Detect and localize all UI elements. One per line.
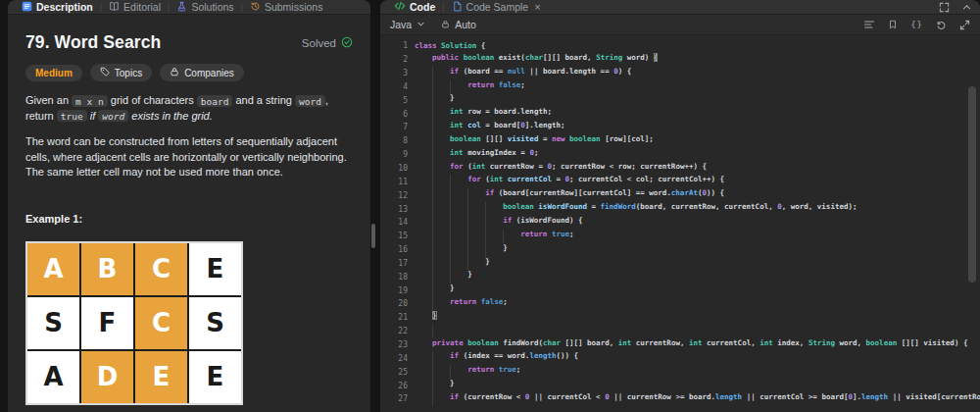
code-text: for (int currentRow = 0; currentRow < ro…: [415, 162, 707, 176]
board-cell: S: [27, 297, 79, 349]
format-code-icon[interactable]: [863, 19, 875, 30]
code-text: return true;: [415, 365, 520, 379]
code-text: boolean isWordFound = findWord(board, cu…: [415, 202, 857, 216]
bookmark-icon[interactable]: [888, 20, 898, 29]
code-line: 18}: [380, 270, 980, 283]
code-text: }: [415, 270, 472, 283]
tab-code[interactable]: Code: [388, 0, 441, 14]
line-number: 8: [380, 136, 408, 145]
lock-icon: [441, 19, 450, 30]
solved-status: Solved: [302, 36, 353, 50]
braces-icon[interactable]: {}: [910, 20, 923, 29]
expand-editor-icon[interactable]: [959, 20, 970, 30]
tab-submissions[interactable]: Submissions: [244, 1, 329, 14]
code-line: 6int row = board.length;: [380, 107, 980, 121]
problem-tabbar: Description | Editorial | Solutions | Su…: [8, 0, 370, 15]
text-segment: exists in the grid.: [128, 110, 213, 122]
problem-title: 79. Word Search: [25, 32, 161, 53]
line-number: 24: [380, 354, 408, 363]
inline-code: m x n: [72, 95, 108, 107]
code-text: }: [415, 93, 455, 107]
code-text: if (board == null || board.length == 0) …: [415, 67, 631, 80]
line-number: 13: [380, 205, 408, 214]
fullscreen-icon[interactable]: [939, 2, 950, 13]
inline-code: word: [295, 95, 325, 107]
code-text: if (board[currentRow][currentCol] == wor…: [415, 188, 724, 202]
code-text: if (isWordFound) {: [415, 216, 583, 230]
board-cell: S: [189, 297, 241, 349]
panel-resize-handle[interactable]: [371, 224, 375, 248]
book-icon: [109, 1, 120, 14]
text-segment: grid of characters: [108, 94, 197, 106]
board-cell: E: [189, 351, 241, 403]
problem-statement-2: The word can be constructed from letters…: [25, 134, 355, 180]
code-line: 26}: [380, 379, 980, 392]
example-label: Example 1:: [25, 213, 353, 225]
code-text: }: [415, 243, 508, 257]
line-number: 9: [380, 150, 408, 159]
code-text: }: [415, 257, 490, 271]
code-line: 3if (board == null || board.length == 0)…: [380, 67, 980, 80]
text-segment: Given an: [25, 94, 72, 106]
code-line: 9int movingIndex = 0;: [380, 148, 980, 162]
board-cell: E: [135, 351, 187, 403]
code-line: 10for (int currentRow = 0; currentRow < …: [380, 162, 980, 176]
tag-icon: [100, 67, 110, 78]
line-number: 3: [380, 69, 408, 77]
line-number: 16: [380, 245, 408, 254]
problem-content: 79. Word Search Solved Medium Topics Com…: [8, 32, 370, 405]
tab-description[interactable]: Description: [16, 1, 99, 14]
chevron-down-icon: [416, 19, 425, 30]
code-line: 12if (board[currentRow][currentCol] == w…: [380, 188, 980, 202]
tab-editorial[interactable]: Editorial: [103, 1, 167, 14]
line-number: 4: [380, 82, 408, 91]
code-line: 16}: [380, 243, 980, 257]
file-icon: [452, 1, 463, 14]
board-cell: E: [189, 243, 241, 295]
code-text: }: [415, 311, 437, 325]
line-number: 10: [380, 164, 408, 173]
code-line: 20return false;: [380, 297, 980, 311]
code-text: }: [415, 379, 455, 392]
reset-code-icon[interactable]: [936, 20, 947, 30]
code-line: 1class Solution {: [380, 39, 980, 53]
close-icon[interactable]: ×: [534, 2, 540, 13]
code-text: }: [415, 283, 455, 297]
flask-icon: [176, 1, 187, 14]
line-number: 21: [380, 313, 408, 322]
line-number: 11: [380, 178, 408, 186]
code-line: 24if (index == word.length()) {: [380, 351, 980, 365]
example-board-image: ABCESFCSADEE: [25, 241, 243, 405]
difficulty-badge[interactable]: Medium: [25, 65, 82, 81]
auto-toggle[interactable]: Auto: [441, 19, 476, 30]
line-number: 2: [380, 55, 408, 64]
code-line: 22: [380, 325, 980, 338]
code-text: int col = board[0].length;: [415, 121, 565, 134]
line-number: 5: [380, 96, 408, 105]
tab-code-sample[interactable]: Code Sample ×: [446, 1, 547, 14]
code-line: 19}: [380, 283, 980, 297]
editor-scrollbar-thumb[interactable]: [968, 86, 976, 283]
history-icon: [250, 1, 261, 14]
language-selector[interactable]: Java: [390, 19, 425, 30]
code-line: 25return true;: [380, 365, 980, 379]
board-cell: F: [81, 297, 133, 349]
code-editor[interactable]: 1class Solution {2public boolean exist(c…: [380, 35, 980, 412]
tab-solutions[interactable]: Solutions: [171, 1, 239, 14]
topics-badge[interactable]: Topics: [90, 64, 152, 81]
code-line: 14if (isWordFound) {: [380, 216, 980, 230]
code-line: 2public boolean exist(char[][] board, St…: [380, 53, 980, 67]
companies-badge[interactable]: Companies: [160, 64, 244, 81]
solved-label: Solved: [302, 37, 336, 49]
collapse-panel-icon[interactable]: [961, 2, 972, 13]
board-cell: B: [81, 243, 133, 295]
description-icon: [22, 1, 32, 14]
line-number: 27: [380, 394, 408, 403]
editor-tabbar: Code | Code Sample ×: [380, 0, 980, 15]
line-number: 1: [380, 41, 408, 50]
line-number: 25: [380, 368, 408, 377]
line-number: 26: [380, 382, 408, 390]
code-text: int movingIndex = 0;: [415, 148, 538, 162]
code-text: if (index == word.length()) {: [415, 351, 578, 365]
check-circle-icon: [341, 36, 353, 50]
